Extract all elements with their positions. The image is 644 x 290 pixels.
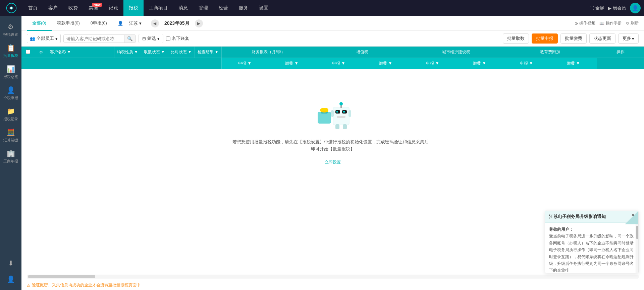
manual-btn[interactable]: 📖 操作手册 <box>599 20 622 26</box>
th-op-spacer <box>597 58 644 69</box>
filter-icon: ⊟ <box>142 36 146 41</box>
search-input[interactable] <box>64 35 124 43</box>
sidebar-item-tax-overview[interactable]: 📊 报税总览 <box>0 62 21 83</box>
download-icon: ⬇ <box>8 259 14 267</box>
robot-illustration <box>313 92 353 132</box>
annual-report-icon: 🏢 <box>7 149 15 157</box>
video-tutorial-btn[interactable]: ⊙ 操作视频 <box>575 20 595 26</box>
th-checkbox <box>21 47 35 58</box>
svg-rect-2 <box>318 112 331 124</box>
svg-rect-19 <box>343 124 347 129</box>
nav-client[interactable]: 客户 <box>43 0 63 16</box>
scroll-thumb[interactable] <box>636 226 638 239</box>
th-check-result: 检查结果 ▼ <box>195 47 221 58</box>
nav-billing[interactable]: 收费 <box>63 0 83 16</box>
status-update-btn[interactable]: 状态更新 <box>589 33 615 44</box>
refresh-btn[interactable]: ↻ 刷新 <box>626 20 639 26</box>
th-tax-nature: 纳税性质 ▼ <box>114 47 141 58</box>
app-logo[interactable] <box>3 0 19 16</box>
tab-bar: 全部(0) 税款申报(0) 0申报(0) 👤 江苏 ▾ ◀ 2023年05月 ▶… <box>21 16 644 31</box>
sidebar-item-tax-settings[interactable]: ⚙ 报税设置 <box>0 19 21 41</box>
nav-right-section: ⛶ 全屏 ▶ 畅会员 👤 <box>590 3 641 13</box>
under-account-checkbox[interactable]: 名下账套 <box>166 35 189 42</box>
th-city-tax: 城市维护建设税 <box>409 47 503 58</box>
top-navigation: 首页 客户 收费 票据 NEW 记账 报税 工商项目 消息 管理 经营 服务 设… <box>0 0 644 16</box>
sidebar-bottom: ⬇ 👤 <box>0 256 21 287</box>
table-header-row-1: ⚙ 客户名称 ▼ 纳税性质 ▼ 取数状态 ▼ 比对状态 ▼ 检查结果 ▼ 财务报… <box>21 47 644 58</box>
empty-state-cell: 若您想使用批量报税功能，请先在【报税设置】中进行报税的初始化设置，完成密码验证和… <box>21 69 644 188</box>
chevron-down-icon: ▾ <box>632 36 634 41</box>
user-avatar[interactable]: 👤 <box>630 3 641 13</box>
vip-icon: ▶ <box>608 6 611 11</box>
notification-header: 江苏电子税务局升级影响通知 <box>545 211 638 223</box>
next-month-btn[interactable]: ▶ <box>195 19 203 27</box>
tab-right-actions: ⊙ 操作视频 📖 操作手册 ↻ 刷新 <box>575 20 639 26</box>
setup-link[interactable]: 立即设置 <box>325 159 341 165</box>
select-all-checkbox[interactable] <box>26 50 30 54</box>
personal-tax-icon: 👤 <box>7 86 15 94</box>
chevron-down-icon: ▾ <box>55 36 58 41</box>
region-icon: 👤 <box>118 21 123 26</box>
search-button[interactable]: 🔍 <box>124 35 136 43</box>
th-edu-tax: 教育费附加 <box>503 47 597 58</box>
sidebar-download[interactable]: ⬇ <box>0 256 21 271</box>
sidebar-item-annual-settlement[interactable]: 🧮 汇算清缴 <box>0 125 21 146</box>
th-edu-payment: 缴费 ▼ <box>550 58 597 69</box>
th-vat-payment: 缴费 ▼ <box>362 58 409 69</box>
notification-close-btn[interactable]: ✕ <box>631 212 635 218</box>
sidebar-item-tax-record[interactable]: 📁 报税记录 <box>0 104 21 125</box>
tax-overview-icon: 📊 <box>7 65 15 73</box>
employee-select[interactable]: 👥 全部员工 ▾ <box>27 34 61 43</box>
sidebar-item-batch-tax[interactable]: 📋 批量报税 <box>0 41 21 62</box>
employee-icon: 👥 <box>30 36 35 41</box>
sidebar-user[interactable]: 👤 <box>0 272 21 287</box>
filter-button[interactable]: ⊟ 筛选 ▾ <box>139 34 163 43</box>
nav-management[interactable]: 管理 <box>193 0 213 16</box>
more-btn[interactable]: 更多 ▾ <box>618 33 639 44</box>
th-city-payment: 缴费 ▼ <box>456 58 503 69</box>
th-fetch-status: 取数状态 ▼ <box>141 47 168 58</box>
bottom-note-bar: ⚠ 验证账密、采集信息均成功的企业才会流转至批量报税页面中 <box>21 280 644 290</box>
tab-all[interactable]: 全部(0) <box>27 16 52 31</box>
nav-service[interactable]: 服务 <box>233 0 254 16</box>
sidebar: ⚙ 报税设置 📋 批量报税 📊 报税总览 👤 个税申报 📁 报税记录 🧮 汇算清… <box>0 16 21 290</box>
th-city-declaration: 申报 ▼ <box>409 58 456 69</box>
th-gear: ⚙ <box>35 47 47 58</box>
search-box: 🔍 <box>63 34 136 43</box>
annual-settlement-icon: 🧮 <box>7 128 15 136</box>
fullscreen-icon: ⛶ <box>590 6 594 11</box>
prev-month-btn[interactable]: ◀ <box>151 19 159 27</box>
th-client-name: 客户名称 ▼ <box>47 47 114 58</box>
nav-home[interactable]: 首页 <box>23 0 43 16</box>
svg-rect-18 <box>335 124 339 129</box>
sidebar-item-personal-tax[interactable]: 👤 个税申报 <box>0 83 21 104</box>
nav-business[interactable]: 工商项目 <box>144 0 173 16</box>
new-badge: NEW <box>92 3 102 7</box>
batch-report-btn[interactable]: 批量申报 <box>532 33 558 44</box>
nav-settings[interactable]: 设置 <box>254 0 274 16</box>
th-compare-status: 比对状态 ▼ <box>168 47 195 58</box>
vip-btn[interactable]: ▶ 畅会员 <box>608 5 626 11</box>
nav-tax[interactable]: 报税 <box>123 0 144 16</box>
nav-accounting[interactable]: 记账 <box>103 0 123 16</box>
nav-invoice[interactable]: 票据 NEW <box>83 0 103 16</box>
fullscreen-btn[interactable]: ⛶ 全屏 <box>590 5 604 11</box>
svg-rect-17 <box>348 110 351 117</box>
nav-operation[interactable]: 经营 <box>213 0 233 16</box>
book-icon: 📖 <box>599 21 604 26</box>
batch-pay-btn[interactable]: 批量缴费 <box>560 33 587 44</box>
warning-icon: ⚠ <box>27 283 31 288</box>
tab-zero-declaration[interactable]: 0申报(0) <box>85 16 112 31</box>
nav-message[interactable]: 消息 <box>173 0 193 16</box>
notification-panel: ✕ 江苏电子税务局升级影响通知 尊敬的用户： 受当前电子税务局进一步升级的影响，… <box>545 211 639 273</box>
search-icon: 🔍 <box>127 36 133 41</box>
tab-tax-declaration[interactable]: 税款申报(0) <box>52 16 85 31</box>
region-selector[interactable]: 江苏 ▾ <box>125 20 146 26</box>
empty-state: 若您想使用批量报税功能，请先在【报税设置】中进行报税的初始化设置，完成密码验证和… <box>24 72 641 185</box>
svg-point-15 <box>339 102 343 105</box>
checkbox-input[interactable] <box>166 37 170 41</box>
sidebar-item-annual-report[interactable]: 🏢 工商年报 <box>0 146 21 167</box>
th-vat-declaration: 申报 ▼ <box>315 58 362 69</box>
batch-fetch-btn[interactable]: 批量取数 <box>503 33 529 44</box>
th-report-payment: 缴费 ▼ <box>268 58 315 69</box>
